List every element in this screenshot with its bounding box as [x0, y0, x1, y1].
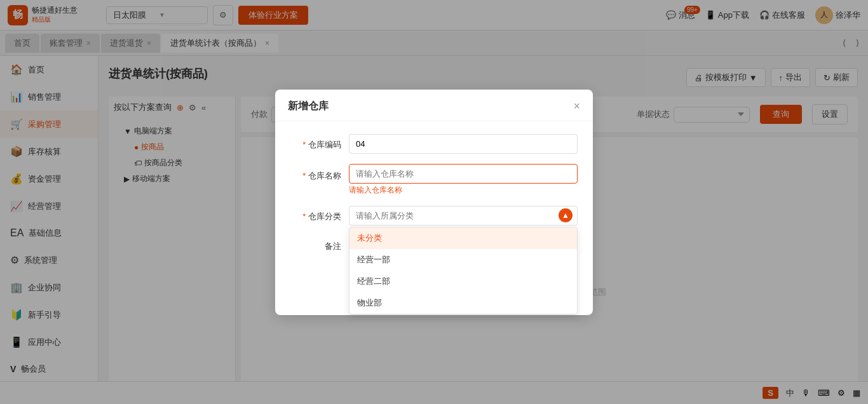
name-input[interactable] [349, 164, 578, 184]
category-select-wrap: ▲ 未分类 经营一部 经营二部 物业部 [349, 206, 578, 226]
note-label: 备注 [290, 236, 341, 252]
name-field-row: 仓库名称 请输入仓库名称 [290, 164, 578, 196]
name-label: 仓库名称 [290, 165, 341, 182]
dropdown-item-dept2[interactable]: 经营二部 [349, 271, 577, 292]
dialog-close-icon[interactable]: × [573, 100, 580, 113]
category-label: 仓库分类 [290, 206, 341, 222]
category-dropdown-icon[interactable]: ▲ [559, 208, 573, 222]
name-error-msg: 请输入仓库名称 [349, 185, 578, 196]
code-field-row: 仓库编码 [290, 134, 578, 154]
dialog-title: 新增仓库 [288, 100, 329, 113]
add-warehouse-dialog: 新增仓库 × 仓库编码 仓库名称 请输入仓库名称 仓库分类 [275, 90, 593, 315]
dialog-body: 仓库编码 仓库名称 请输入仓库名称 仓库分类 ▲ [275, 121, 593, 278]
dialog-header: 新增仓库 × [275, 90, 593, 121]
category-field-row: 仓库分类 ▲ 未分类 经营一部 经营二部 物业部 [290, 206, 578, 226]
dropdown-item-property[interactable]: 物业部 [349, 292, 577, 314]
code-label: 仓库编码 [290, 134, 341, 151]
code-input[interactable] [349, 134, 578, 154]
dropdown-item-dept1[interactable]: 经营一部 [349, 249, 577, 271]
category-input[interactable] [349, 206, 578, 226]
category-dropdown: 未分类 经营一部 经营二部 物业部 [349, 227, 578, 314]
dropdown-item-uncategorized[interactable]: 未分类 [349, 227, 577, 249]
modal-overlay[interactable]: 新增仓库 × 仓库编码 仓库名称 请输入仓库名称 仓库分类 [0, 0, 868, 404]
